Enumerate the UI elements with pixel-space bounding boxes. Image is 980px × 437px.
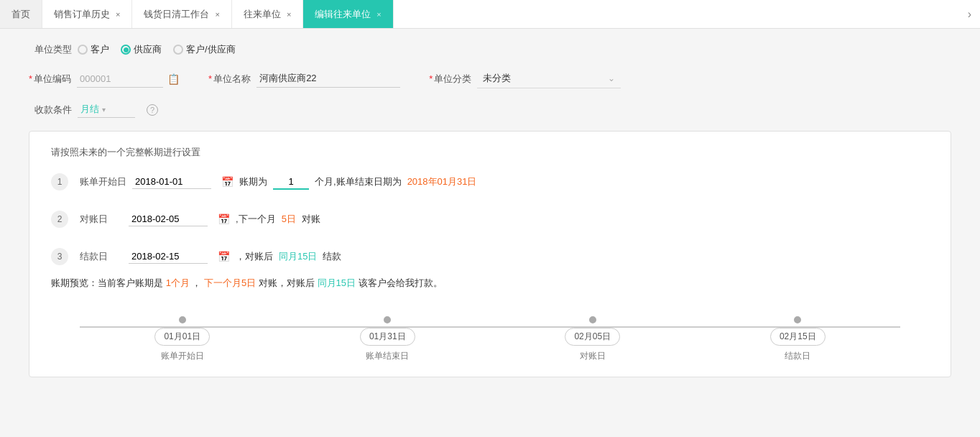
tab-sales-history[interactable]: 销售订单历史 ×: [42, 0, 132, 28]
step-1-suffix-pre: 账期为: [239, 175, 267, 188]
unit-name-label: 单位名称: [213, 73, 251, 86]
settings-box: 请按照未来的一个完整帐期进行设置 1 账单开始日 📅 账期为 个月,账单结束日期…: [29, 131, 951, 377]
timeline-dot-1: [179, 316, 186, 323]
tab-home[interactable]: 首页: [0, 0, 42, 28]
step-3-highlight: 同月15日: [279, 250, 317, 263]
step-2-suffix-post: 对账: [302, 213, 320, 226]
unit-category-chevron: ⌄: [608, 73, 615, 83]
step-1-label: 账单开始日: [80, 175, 126, 188]
step-1-date-input[interactable]: [132, 175, 211, 189]
radio-both-circle: [173, 45, 183, 55]
radio-supplier-circle: [121, 45, 131, 55]
timeline-date-4: 02月15日: [770, 328, 826, 346]
tab-cash-work-close[interactable]: ×: [215, 10, 219, 19]
timeline-items: 01月01日 账单开始日 01月31日 账单结束日 02月05日 对账日: [51, 310, 929, 362]
tab-unit-list[interactable]: 往来单位 ×: [232, 0, 303, 28]
unit-name-input[interactable]: [256, 70, 400, 88]
step-2-label: 对账日: [80, 213, 123, 226]
preview-part2: 下一个月5日: [204, 277, 256, 288]
preview-mid2: 对账，对账后: [259, 277, 315, 288]
radio-supplier-label: 供应商: [134, 43, 162, 56]
unit-type-radio-group: 客户 供应商 客户/供应商: [78, 43, 236, 56]
tab-cash-work[interactable]: 钱货日清工作台 ×: [132, 0, 231, 28]
radio-customer-circle: [78, 45, 88, 55]
step-2-suffix-pre: ,下一个月: [236, 213, 276, 226]
timeline-label-2: 账单结束日: [366, 350, 409, 362]
timeline-item-4: 02月15日 结款日: [695, 310, 901, 362]
radio-supplier[interactable]: 供应商: [121, 43, 162, 56]
step-1-row: 1 账单开始日 📅 账期为 个月,账单结束日期为 2018年01月31日: [51, 173, 929, 190]
tab-unit-list-close[interactable]: ×: [287, 10, 291, 19]
step-2-row: 2 对账日 📅 ,下一个月 5日 对账: [51, 211, 929, 228]
payment-terms-help-icon[interactable]: ?: [147, 104, 158, 116]
step-1-end-date: 2018年01月31日: [407, 175, 477, 188]
unit-category-value: 未分类: [483, 72, 608, 85]
step-1-suffix-post: 个月,账单结束日期为: [315, 175, 402, 188]
timeline-dot-2: [384, 316, 391, 323]
preview-part1: 1个月: [166, 277, 190, 288]
unit-name-group: * 单位名称: [208, 70, 400, 88]
radio-both[interactable]: 客户/供应商: [173, 43, 236, 56]
page-content: 单位类型 客户 供应商 客户/供应商 * 单位编码 📋 * 单位名称: [0, 29, 980, 437]
step-1-calendar-icon[interactable]: 📅: [221, 176, 234, 188]
step-3-content: 结款日 📅 ，对账后 同月15日 结款: [80, 249, 929, 264]
step-1-num: 1: [51, 173, 68, 190]
timeline-item-1: 01月01日 账单开始日: [80, 310, 285, 362]
unit-category-select[interactable]: 未分类 ⌄: [477, 69, 621, 88]
tab-sales-history-close[interactable]: ×: [116, 10, 120, 19]
timeline-dot-4: [794, 316, 801, 323]
step-2-date-input[interactable]: [129, 212, 208, 226]
unit-info-row: * 单位编码 📋 * 单位名称 * 单位分类 未分类 ⌄: [29, 69, 951, 88]
payment-terms-value: 月结: [80, 103, 99, 116]
tab-edit-unit-label: 编辑往来单位: [315, 8, 371, 21]
step-3-suffix-post: 结款: [323, 250, 341, 263]
unit-type-row: 单位类型 客户 供应商 客户/供应商: [29, 43, 951, 56]
box-title: 请按照未来的一个完整帐期进行设置: [51, 146, 929, 159]
preview-end: 该客户会给我打款。: [359, 277, 443, 288]
unit-category-label: 单位分类: [434, 73, 471, 86]
payment-terms-select[interactable]: 月结 ▾: [78, 101, 135, 118]
preview-mid1: ，: [192, 277, 201, 288]
timeline-date-3: 02月05日: [565, 328, 620, 346]
step-1-content: 账单开始日 📅 账期为 个月,账单结束日期为 2018年01月31日: [80, 175, 929, 190]
tab-edit-unit-close[interactable]: ×: [376, 10, 381, 19]
unit-code-input[interactable]: [77, 70, 163, 88]
timeline-date-1: 01月01日: [154, 328, 210, 346]
step-3-calendar-icon[interactable]: 📅: [218, 251, 230, 262]
tab-unit-list-label: 往来单位: [244, 8, 281, 21]
timeline-label-1: 账单开始日: [161, 350, 204, 362]
payment-terms-label: 收款条件: [29, 104, 72, 116]
step-2-calendar-icon[interactable]: 📅: [218, 213, 230, 225]
tab-edit-unit[interactable]: 编辑往来单位 ×: [303, 0, 393, 28]
radio-customer[interactable]: 客户: [78, 43, 109, 56]
unit-code-star: *: [29, 73, 32, 84]
tab-cash-work-label: 钱货日清工作台: [144, 8, 209, 21]
tab-more-button[interactable]: ›: [959, 8, 980, 21]
unit-code-group: * 单位编码 📋: [29, 70, 180, 88]
radio-both-label: 客户/供应商: [186, 43, 236, 56]
step-3-date-input[interactable]: [129, 249, 208, 264]
timeline-item-2: 01月31日 账单结束日: [285, 310, 491, 362]
timeline-item-3: 02月05日 对账日: [490, 310, 695, 362]
timeline-dot-3: [589, 316, 596, 323]
tab-sales-history-label: 销售订单历史: [54, 8, 110, 21]
step-3-row: 3 结款日 📅 ，对账后 同月15日 结款: [51, 248, 929, 265]
step-2-content: 对账日 📅 ,下一个月 5日 对账: [80, 212, 929, 226]
tab-home-label: 首页: [11, 8, 30, 21]
unit-name-star: *: [208, 73, 212, 84]
step-1-period-input[interactable]: [273, 175, 309, 190]
unit-code-copy-icon[interactable]: 📋: [167, 73, 180, 85]
timeline-label-4: 结款日: [785, 350, 810, 362]
step-2-highlight: 5日: [282, 213, 296, 226]
unit-category-star: *: [429, 73, 433, 84]
step-3-label: 结款日: [80, 250, 123, 263]
timeline-label-3: 对账日: [580, 350, 606, 362]
preview-label: 账期预览：当前客户账期是: [51, 277, 163, 288]
unit-type-label: 单位类型: [29, 43, 72, 56]
step-3-num: 3: [51, 248, 68, 265]
unit-code-label: 单位编码: [34, 73, 71, 86]
step-3-suffix-pre: ，对账后: [236, 250, 273, 263]
preview-part3: 同月15日: [318, 277, 356, 288]
unit-category-group: * 单位分类 未分类 ⌄: [429, 69, 621, 88]
timeline-wrapper: 01月01日 账单开始日 01月31日 账单结束日 02月05日 对账日: [51, 310, 929, 362]
